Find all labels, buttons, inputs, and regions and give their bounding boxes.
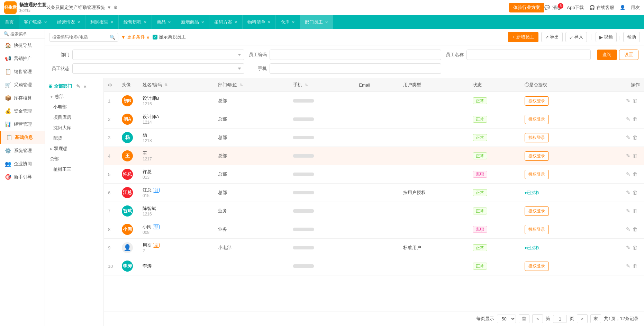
edit-icon[interactable]: ✎	[626, 98, 631, 104]
auth-login-btn[interactable]: 授权登录	[525, 96, 549, 106]
auth-login-btn[interactable]: 授权登录	[525, 170, 549, 179]
dept-hq[interactable]: 总部	[45, 154, 103, 164]
show-resigned-toggle[interactable]: ✓ 显示离职员工	[153, 34, 186, 40]
edit-icon[interactable]: ✎	[626, 134, 631, 140]
last-page-btn[interactable]: 末	[590, 314, 601, 323]
row-auth[interactable]: 授权登录	[520, 147, 594, 165]
sidebar-search-box[interactable]: 🔍	[0, 29, 45, 39]
edit-icon[interactable]: ✎	[626, 116, 631, 122]
delete-icon[interactable]: 🗑	[633, 245, 638, 250]
message-badge[interactable]: 💬 5 消息	[544, 5, 562, 11]
dept-double-deer[interactable]: ▶ 双鹿想	[45, 143, 103, 154]
emp-status-select[interactable]	[72, 63, 244, 74]
search-box[interactable]: 🔍	[49, 33, 118, 42]
delete-icon[interactable]: 🗑	[633, 98, 638, 104]
all-dept-btn[interactable]: ⊞ 全部部门	[48, 83, 72, 89]
sidebar-item-home[interactable]: 🏠 快捷导航	[0, 39, 45, 52]
edit-icon[interactable]: ✎	[626, 190, 631, 195]
dept-edit-icon[interactable]: ✎	[76, 83, 80, 89]
tab-customer[interactable]: 客户联络✕	[19, 15, 52, 29]
edit-icon[interactable]: ✎	[626, 245, 631, 250]
auth-login-btn[interactable]: 授权登录	[525, 225, 549, 234]
delete-icon[interactable]: 🗑	[633, 226, 638, 232]
row-auth[interactable]: 授权登录	[520, 220, 594, 239]
auth-login-btn[interactable]: 授权登录	[525, 115, 549, 124]
dept-project[interactable]: 项目库房	[45, 112, 103, 123]
expand-icon[interactable]: ▼	[107, 5, 111, 10]
import-btn[interactable]: ↙ 导入	[565, 32, 587, 42]
auth-login-btn[interactable]: 授权登录	[525, 151, 549, 161]
tab-warehouse[interactable]: 仓库✕	[276, 15, 300, 29]
edit-icon[interactable]: ✎	[626, 263, 631, 269]
tab-profit[interactable]: 利润报告✕	[85, 15, 119, 29]
per-page-select[interactable]: 50 20 100	[497, 315, 516, 323]
auth-login-btn[interactable]: 授权登录	[525, 133, 549, 142]
next-page-btn[interactable]: ＞	[577, 314, 588, 323]
row-auth[interactable]: 授权登录	[520, 110, 594, 129]
sidebar-item-system[interactable]: ⚙️ 系统管理	[0, 144, 45, 157]
dept-select[interactable]	[72, 50, 244, 60]
sidebar-item-purchase[interactable]: 🛒 采购管理	[0, 78, 45, 91]
first-page-btn[interactable]: 首	[519, 314, 529, 323]
row-auth[interactable]: 授权登录	[520, 165, 594, 184]
tab-history[interactable]: 经营历程✕	[119, 15, 152, 29]
export-btn[interactable]: ↗ 导出	[541, 32, 563, 42]
help-btn[interactable]: 帮助	[623, 32, 640, 42]
search-icon[interactable]: 🔍	[110, 35, 115, 40]
dept-general-item[interactable]: ▼ 总部	[45, 91, 103, 102]
delete-icon[interactable]: 🗑	[633, 134, 638, 140]
tab-goods[interactable]: 商品✕	[152, 15, 176, 29]
emp-code-input[interactable]	[270, 50, 442, 60]
sidebar-item-basic[interactable]: 📋 基础信息	[0, 131, 45, 144]
tab-add-goods[interactable]: 新增商品✕	[176, 15, 209, 29]
col-settings[interactable]: ⚙	[104, 78, 118, 92]
edit-icon[interactable]: ✎	[626, 226, 631, 232]
settings-icon[interactable]: ⚙	[114, 5, 118, 10]
col-phone[interactable]: 手机 ⇅	[289, 78, 355, 92]
search-input[interactable]	[52, 35, 108, 39]
delete-icon[interactable]: 🗑	[633, 116, 638, 122]
delete-icon[interactable]: 🗑	[633, 208, 638, 214]
sidebar-item-operations[interactable]: 📊 经营管理	[0, 118, 45, 131]
edit-icon[interactable]: ✎	[626, 208, 631, 214]
tab-home[interactable]: 首页	[0, 15, 19, 29]
dept-collapse-icon[interactable]: «	[84, 83, 87, 89]
edit-icon[interactable]: ✎	[626, 153, 631, 159]
sidebar-item-finance[interactable]: 💰 资金管理	[0, 105, 45, 118]
delete-icon[interactable]: 🗑	[633, 153, 638, 159]
dept-plant-king[interactable]: 植树王三	[45, 164, 103, 175]
more-filter-btn[interactable]: ▼ 更多条件 ∧	[121, 34, 150, 40]
dept-small-elec[interactable]: 小电部	[45, 102, 103, 112]
prev-page-btn[interactable]: ＜	[532, 314, 543, 323]
col-name-code[interactable]: 姓名/编码 ⇅	[138, 78, 214, 92]
row-auth[interactable]: 授权登录	[520, 202, 594, 220]
online-service[interactable]: 🎧 在线客服	[589, 5, 614, 11]
col-dept-pos[interactable]: 部门/职位 ⇅	[214, 78, 289, 92]
sidebar-item-sales[interactable]: 📋 销售管理	[0, 65, 45, 78]
auth-login-btn[interactable]: 授权登录	[525, 262, 549, 271]
dept-shenyang[interactable]: 沈阳大库	[45, 123, 103, 133]
reset-btn[interactable]: 设置	[619, 50, 638, 60]
sidebar-item-inventory[interactable]: 📦 库存核算	[0, 91, 45, 105]
dept-distribution[interactable]: 配货	[45, 133, 103, 143]
row-auth[interactable]: 授权登录	[520, 92, 594, 110]
auth-login-btn[interactable]: 授权登录	[525, 206, 549, 216]
sidebar-item-guide[interactable]: 🎯 新手引导	[0, 170, 45, 184]
tab-management[interactable]: 经营情况✕	[52, 15, 85, 29]
trial-button[interactable]: 体验行业方案	[509, 3, 544, 12]
delete-icon[interactable]: 🗑	[633, 171, 638, 177]
sidebar-item-collab[interactable]: 👥 企业协同	[0, 157, 45, 170]
emp-name-input[interactable]	[466, 50, 591, 60]
sidebar-search-input[interactable]	[10, 32, 45, 36]
sidebar-item-marketing[interactable]: 📢 营销推广	[0, 52, 45, 65]
delete-icon[interactable]: 🗑	[633, 190, 638, 195]
tab-barcode[interactable]: 条码方案✕	[209, 15, 243, 29]
edit-icon[interactable]: ✎	[626, 171, 631, 177]
page-input[interactable]	[553, 315, 567, 323]
add-employee-btn[interactable]: + 新增员工	[508, 32, 538, 42]
query-btn[interactable]: 查询	[597, 50, 617, 60]
tab-bom[interactable]: 物料清单✕	[243, 15, 276, 29]
view-btn[interactable]: ▶ 视频	[596, 32, 617, 42]
row-auth[interactable]: 授权登录	[520, 129, 594, 147]
app-download[interactable]: App下载	[567, 5, 584, 11]
